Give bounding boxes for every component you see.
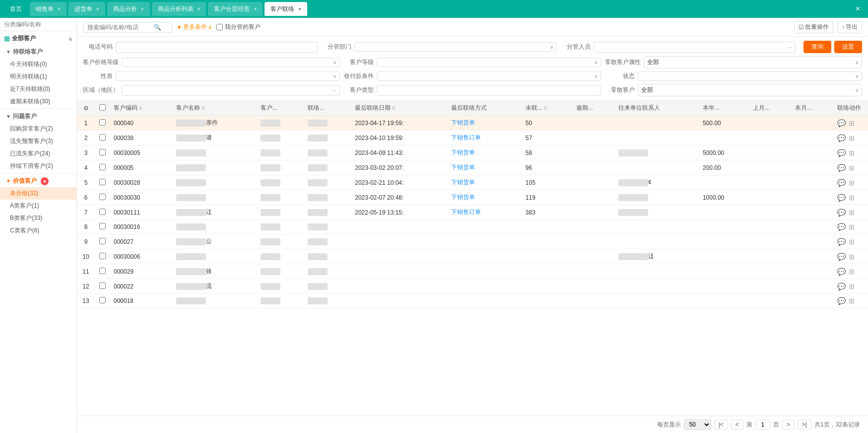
- row-checkbox[interactable]: [99, 297, 106, 303]
- cell-last-method[interactable]: 下销货单: [447, 160, 522, 175]
- export-btn[interactable]: ↑ 导出: [837, 21, 862, 33]
- th-no-contact-sort[interactable]: 未联...⇅: [526, 104, 568, 112]
- page-size-select[interactable]: 50 100 200: [684, 419, 711, 430]
- sidebar-item-churned[interactable]: 已流失客户(24): [0, 147, 76, 160]
- cell-last-method[interactable]: [447, 279, 522, 294]
- sidebar-item-class-c[interactable]: C类客户(6): [0, 224, 76, 237]
- select-all-checkbox[interactable]: [99, 104, 106, 111]
- tab-home[interactable]: 首页: [4, 2, 28, 16]
- more-icon[interactable]: ⊞: [849, 209, 855, 216]
- status-select[interactable]: ∨: [638, 72, 862, 81]
- page-prev-btn[interactable]: <: [731, 420, 743, 430]
- more-icon[interactable]: ⊞: [849, 164, 855, 172]
- close-all-tabs[interactable]: ×: [852, 4, 864, 13]
- row-checkbox[interactable]: [99, 223, 106, 229]
- my-customers-checkbox[interactable]: 我分管的客户: [216, 23, 261, 31]
- cell-check[interactable]: [95, 294, 110, 308]
- sidebar-item-class-a[interactable]: A类客户(1): [0, 200, 76, 212]
- scatter-attr-select[interactable]: 全部 ∨: [644, 56, 862, 69]
- tab-purchase-close[interactable]: ×: [96, 6, 99, 12]
- more-icon[interactable]: ⊞: [849, 119, 855, 127]
- cell-last-method[interactable]: [447, 249, 522, 264]
- cell-check[interactable]: [95, 279, 110, 294]
- tab-product-analysis-list-close[interactable]: ×: [198, 6, 200, 12]
- tab-sales[interactable]: 销售单 ×: [30, 2, 67, 16]
- more-icon[interactable]: ⊞: [849, 253, 855, 261]
- cell-last-method[interactable]: 下销货单: [447, 175, 522, 190]
- more-icon[interactable]: ⊞: [849, 283, 855, 290]
- message-icon[interactable]: 💬: [837, 268, 846, 276]
- tab-customer-tier[interactable]: 客户分层经营 ×: [208, 2, 263, 16]
- query-btn[interactable]: 查询: [803, 41, 831, 53]
- th-last-date-sort[interactable]: 最后联络日期⇅: [355, 104, 443, 112]
- cell-last-method[interactable]: [447, 220, 522, 234]
- last-method-link[interactable]: 下销货单: [451, 179, 475, 186]
- region-dots-btn[interactable]: ···: [332, 87, 336, 94]
- last-method-link[interactable]: 下销货单: [451, 194, 475, 201]
- message-icon[interactable]: 💬: [837, 283, 846, 290]
- row-checkbox[interactable]: [99, 179, 106, 185]
- sidebar-item-churn-warning[interactable]: 流失预警客户(3): [0, 135, 76, 147]
- cell-last-method[interactable]: [447, 234, 522, 249]
- cell-last-method[interactable]: 下销售订单: [447, 205, 522, 220]
- settings-icon[interactable]: ⚙: [83, 105, 89, 112]
- cell-last-method[interactable]: 下销货单: [447, 145, 522, 160]
- tab-customer-tier-close[interactable]: ×: [254, 6, 257, 12]
- cell-last-method[interactable]: 下销售订单: [447, 131, 522, 145]
- row-checkbox[interactable]: [99, 164, 106, 170]
- message-icon[interactable]: 💬: [837, 238, 846, 246]
- sidebar-item-abnormal[interactable]: 回购异常客户(2): [0, 123, 76, 135]
- more-icon[interactable]: ⊞: [849, 268, 855, 276]
- page-num-input[interactable]: [755, 420, 770, 430]
- more-icon[interactable]: ⊞: [849, 149, 855, 157]
- all-customers-header[interactable]: ⊞ 全部客户 «: [0, 31, 76, 46]
- main-search-icon[interactable]: 🔍: [154, 24, 161, 31]
- last-method-link[interactable]: 下销货单: [451, 164, 475, 171]
- cell-last-method[interactable]: [447, 294, 522, 308]
- message-icon[interactable]: 💬: [837, 119, 846, 127]
- cell-check[interactable]: [95, 131, 110, 145]
- th-settings[interactable]: ⚙: [77, 101, 95, 116]
- row-checkbox[interactable]: [99, 134, 106, 141]
- cust-level-select[interactable]: ∨: [377, 58, 601, 67]
- row-checkbox[interactable]: [99, 149, 106, 155]
- message-icon[interactable]: 💬: [837, 297, 846, 305]
- more-icon[interactable]: ⊞: [849, 238, 855, 246]
- sidebar-group-value[interactable]: ▼ 价值客户 ●: [0, 175, 76, 187]
- message-icon[interactable]: 💬: [837, 209, 846, 216]
- cell-check[interactable]: [95, 234, 110, 249]
- row-checkbox[interactable]: [99, 119, 106, 126]
- message-icon[interactable]: 💬: [837, 223, 846, 231]
- page-last-btn[interactable]: >|: [798, 420, 811, 430]
- tab-product-analysis-list[interactable]: 商品分析列表 ×: [152, 2, 206, 16]
- row-checkbox[interactable]: [99, 194, 106, 200]
- more-conditions-btn[interactable]: ▼ 更多条件 ∧: [176, 23, 212, 31]
- cell-check[interactable]: [95, 220, 110, 234]
- more-icon[interactable]: ⊞: [849, 134, 855, 142]
- message-icon[interactable]: 💬: [837, 149, 846, 157]
- sidebar-item-ungrouped[interactable]: 未分组(32): [0, 187, 76, 200]
- phone-input[interactable]: [116, 42, 318, 53]
- more-icon[interactable]: ⊞: [849, 179, 855, 187]
- row-checkbox[interactable]: [99, 283, 106, 289]
- tab-sales-close[interactable]: ×: [58, 6, 61, 12]
- sidebar-item-overdue-pending[interactable]: 逾期未联络(30): [0, 95, 76, 108]
- sidebar-collapse-icon[interactable]: «: [68, 35, 72, 43]
- sidebar-item-declining[interactable]: 持续下滑客户(2): [0, 160, 76, 172]
- nature-select[interactable]: ∨: [116, 72, 340, 81]
- cell-last-method[interactable]: 下销货单: [447, 190, 522, 205]
- tab-purchase[interactable]: 进货单 ×: [68, 2, 105, 16]
- last-method-link[interactable]: 下销售订单: [451, 134, 481, 141]
- th-check[interactable]: [95, 101, 110, 116]
- tab-product-analysis-close[interactable]: ×: [141, 6, 144, 12]
- more-icon[interactable]: ⊞: [849, 194, 855, 202]
- dept-select[interactable]: ∨: [354, 42, 556, 52]
- sidebar-item-7days-pending[interactable]: 近7天待联络(0): [0, 83, 76, 95]
- last-method-link[interactable]: 下销售订单: [451, 209, 481, 216]
- cell-check[interactable]: [95, 116, 110, 131]
- row-checkbox[interactable]: [99, 268, 106, 274]
- message-icon[interactable]: 💬: [837, 253, 846, 261]
- reset-btn[interactable]: 设置: [834, 41, 862, 53]
- more-icon[interactable]: ⊞: [849, 223, 855, 231]
- cell-check[interactable]: [95, 249, 110, 264]
